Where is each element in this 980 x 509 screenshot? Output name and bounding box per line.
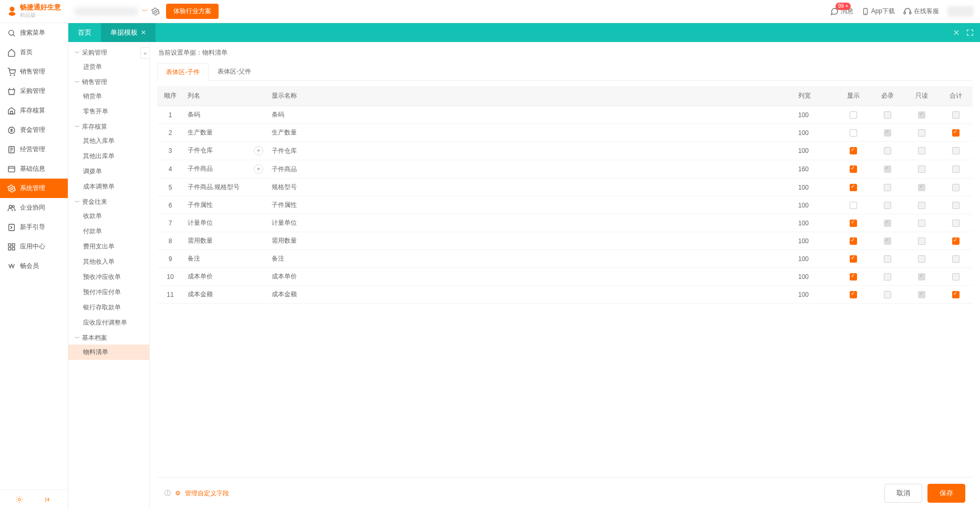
cell-display[interactable]: 成本金额	[267, 286, 794, 304]
tree-item[interactable]: 预付冲应付单	[68, 285, 149, 300]
tab-close-all-icon[interactable]	[953, 29, 960, 36]
cell-display[interactable]: 计量单位	[267, 214, 794, 232]
messages-button[interactable]: 99 + 消息	[830, 7, 853, 16]
cell-width[interactable]: 100	[794, 268, 836, 286]
cell-width[interactable]: 100	[794, 286, 836, 304]
cell-width[interactable]: 100	[794, 179, 836, 196]
sidebar-collapse-icon[interactable]	[44, 495, 53, 504]
tab-label: 首页	[78, 28, 91, 37]
nav-item-search[interactable]: 搜索菜单	[0, 23, 68, 43]
tree-item[interactable]: 收款单	[68, 209, 149, 224]
show-checkbox[interactable]	[850, 220, 857, 227]
show-checkbox[interactable]	[850, 111, 857, 119]
add-child-icon[interactable]: +	[254, 164, 263, 174]
tree-item[interactable]: 销货单	[68, 89, 149, 104]
inner-tab[interactable]: 表体区-子件	[157, 63, 209, 81]
tree-group[interactable]: ﹀库存核算	[68, 119, 149, 133]
nav-item-warehouse[interactable]: 库存核算	[0, 101, 68, 120]
tree-item[interactable]: 预收冲应收单	[68, 269, 149, 285]
tab-close-icon[interactable]: ✕	[141, 29, 146, 36]
cell-display[interactable]: 成本单价	[267, 268, 794, 286]
table-row: 1条码条码100	[157, 106, 973, 124]
nav-item-money[interactable]: 资金管理	[0, 120, 68, 140]
tree-item[interactable]: 其他入库单	[68, 133, 149, 149]
money-icon	[7, 126, 16, 134]
cancel-button[interactable]: 取消	[884, 484, 922, 503]
show-checkbox[interactable]	[850, 237, 857, 245]
add-child-icon[interactable]: +	[254, 146, 263, 155]
tree-item[interactable]: 费用支出单	[68, 239, 149, 254]
svg-point-21	[12, 205, 14, 207]
cell-width[interactable]: 100	[794, 232, 836, 250]
cell-width[interactable]: 100	[794, 124, 836, 142]
show-checkbox[interactable]	[850, 202, 857, 209]
show-checkbox[interactable]	[850, 129, 857, 137]
cell-display[interactable]: 子件商品	[267, 160, 794, 179]
nav-item-guide[interactable]: 新手引导	[0, 217, 68, 237]
show-checkbox[interactable]	[850, 291, 857, 298]
cell-width[interactable]: 100	[794, 196, 836, 214]
tree-item[interactable]: 物料清单	[68, 345, 149, 360]
cell-display[interactable]: 需用数量	[267, 232, 794, 250]
total-checkbox[interactable]	[952, 291, 960, 298]
tree-item[interactable]: 进货单	[68, 59, 149, 75]
show-checkbox[interactable]	[850, 147, 857, 154]
cell-display[interactable]: 条码	[267, 106, 794, 124]
tree-item[interactable]: 其他收入单	[68, 254, 149, 269]
cell-name: 成本单价	[183, 268, 267, 286]
fullscreen-icon[interactable]	[966, 29, 974, 36]
nav-item-cart[interactable]: 销售管理	[0, 62, 68, 81]
cell-width[interactable]: 100	[794, 142, 836, 160]
cell-display[interactable]: 子件属性	[267, 196, 794, 214]
readonly-checkbox	[918, 184, 925, 191]
cell-display[interactable]: 规格型号	[267, 179, 794, 196]
show-checkbox[interactable]	[850, 273, 857, 281]
tree-item[interactable]: 其他出库单	[68, 149, 149, 164]
nav-item-gear[interactable]: 系统管理	[0, 179, 68, 198]
nav-item-team[interactable]: 企业协同	[0, 198, 68, 217]
nav-item-apps[interactable]: 应用中心	[0, 237, 68, 256]
total-checkbox[interactable]	[952, 129, 960, 137]
tree-item[interactable]: 付款单	[68, 224, 149, 239]
app-download-button[interactable]: App下载	[862, 7, 895, 16]
tree-item[interactable]: 零售开单	[68, 104, 149, 119]
tree-group[interactable]: ﹀采购管理	[68, 45, 149, 59]
show-checkbox[interactable]	[850, 255, 857, 263]
sidebar-settings-icon[interactable]	[15, 495, 24, 504]
cell-width[interactable]: 100	[794, 250, 836, 268]
svg-rect-26	[12, 247, 15, 250]
cell-width[interactable]: 100	[794, 106, 836, 124]
tree-item[interactable]: 成本调整单	[68, 179, 149, 194]
total-checkbox[interactable]	[952, 237, 960, 245]
tree-collapse-handle[interactable]: «	[140, 47, 150, 59]
nav-item-report[interactable]: 经营管理	[0, 140, 68, 159]
show-checkbox[interactable]	[850, 184, 857, 191]
tree-group[interactable]: ﹀销售管理	[68, 75, 149, 89]
tree-group[interactable]: ﹀资金往来	[68, 194, 149, 209]
cell-width[interactable]: 160	[794, 160, 836, 179]
cell-display[interactable]: 生产数量	[267, 124, 794, 142]
table-row: 8需用数量需用数量100	[157, 232, 973, 250]
show-checkbox[interactable]	[850, 165, 857, 173]
manage-custom-fields-link[interactable]: 管理自定义字段	[185, 489, 229, 498]
tab-首页[interactable]: 首页	[68, 23, 101, 42]
tenant-settings-icon[interactable]	[151, 7, 160, 16]
cell-width[interactable]: 100	[794, 214, 836, 232]
cell-display[interactable]: 子件仓库	[267, 142, 794, 160]
tree-group[interactable]: ﹀基本档案	[68, 330, 149, 345]
tree-item[interactable]: 应收应付调整单	[68, 315, 149, 330]
nav-item-home[interactable]: 首页	[0, 43, 68, 62]
user-avatar-blurred[interactable]	[947, 6, 974, 17]
tab-单据模板[interactable]: 单据模板✕	[101, 23, 156, 42]
tree-item[interactable]: 银行存取款单	[68, 300, 149, 315]
tree-item[interactable]: 调拨单	[68, 164, 149, 179]
nav-item-info[interactable]: 基础信息	[0, 159, 68, 179]
tenant-selector[interactable]: ﹀	[75, 7, 148, 16]
nav-item-vip[interactable]: 畅会员	[0, 256, 68, 276]
online-support-button[interactable]: 在线客服	[903, 7, 939, 16]
cell-display[interactable]: 备注	[267, 250, 794, 268]
inner-tab[interactable]: 表体区-父件	[209, 63, 260, 80]
experience-industry-button[interactable]: 体验行业方案	[166, 4, 219, 19]
save-button[interactable]: 保存	[927, 484, 965, 503]
nav-item-bag[interactable]: 采购管理	[0, 81, 68, 101]
